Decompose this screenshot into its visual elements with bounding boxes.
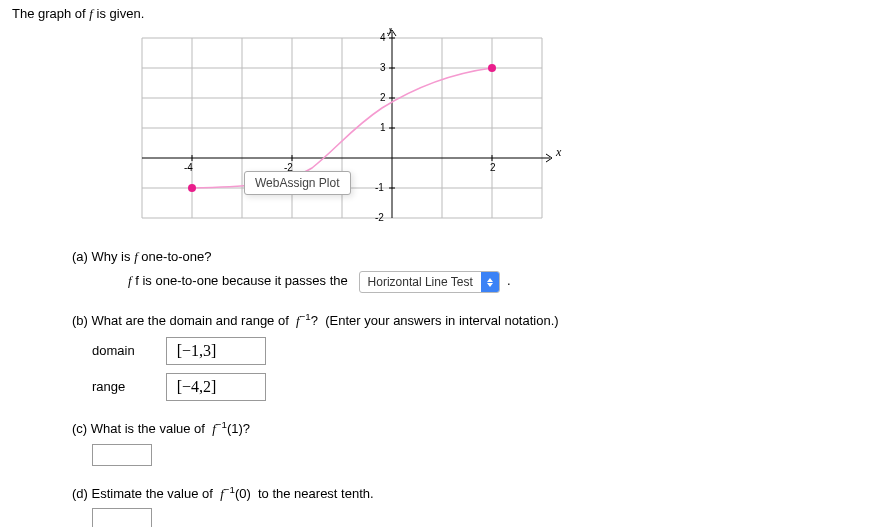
ytick-neg2: -2	[375, 212, 384, 223]
select-arrows-icon	[481, 272, 499, 292]
xtick-neg4: -4	[184, 162, 193, 173]
question-c-input[interactable]	[92, 444, 152, 466]
ytick-3: 3	[380, 62, 386, 73]
xtick-2: 2	[490, 162, 496, 173]
plot-tooltip: WebAssign Plot	[244, 171, 351, 195]
range-input[interactable]: [−4,2]	[166, 373, 266, 401]
one-to-one-select-value: Horizontal Line Test	[360, 275, 481, 289]
one-to-one-select[interactable]: Horizontal Line Test	[359, 271, 500, 293]
ytick-1: 1	[380, 122, 386, 133]
question-d-prompt: (d) Estimate the value of f−1(0) to the …	[72, 484, 829, 502]
endpoint-right	[488, 64, 496, 72]
range-label: range	[92, 379, 152, 394]
question-a-statement: f f is one-to-one because it passes the …	[128, 271, 829, 293]
y-axis-label: y	[387, 28, 394, 34]
question-a-period: .	[507, 273, 511, 288]
problem-statement: The graph of f is given.	[12, 6, 869, 22]
ytick-4: 4	[380, 32, 386, 43]
x-axis-label: x	[555, 145, 562, 159]
ytick-neg1: -1	[375, 182, 384, 193]
function-graph: -4 -2 2 -1 -2 1 2 3 4 x y	[122, 28, 562, 228]
question-a-prompt: (a) Why is f one-to-one?	[72, 249, 829, 265]
domain-label: domain	[92, 343, 152, 358]
ytick-2: 2	[380, 92, 386, 103]
endpoint-left	[188, 184, 196, 192]
domain-input[interactable]: [−1,3]	[166, 337, 266, 365]
question-d-input[interactable]	[92, 508, 152, 527]
question-b-prompt: (b) What are the domain and range of f−1…	[72, 311, 829, 329]
plot-area: -4 -2 2 -1 -2 1 2 3 4 x y WebAssign Plot	[122, 28, 869, 231]
question-c-prompt: (c) What is the value of f−1(1)?	[72, 419, 829, 437]
